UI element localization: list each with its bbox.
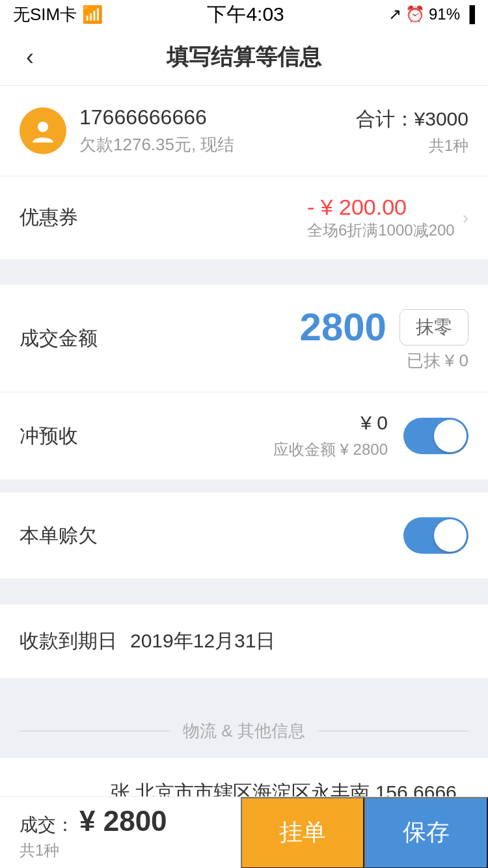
coupon-discount: - ¥ 200.00 bbox=[307, 195, 455, 220]
chong-toggle-container[interactable] bbox=[403, 418, 468, 454]
status-bar: 无SIM卡 📶 下午4:03 ↗ ⏰ 91% ▐ bbox=[0, 0, 488, 29]
amount-area: 2800 抹零 bbox=[300, 305, 468, 349]
section-divider-1 bbox=[0, 272, 488, 285]
bottom-count: 共1种 bbox=[20, 840, 221, 861]
back-button[interactable]: ‹ bbox=[20, 37, 40, 77]
page-title: 填写结算等信息 bbox=[167, 42, 321, 72]
nav-bar: ‹ 填写结算等信息 bbox=[0, 29, 488, 86]
avatar bbox=[20, 107, 66, 154]
customer-left: 17666666666 欠款1276.35元, 现结 bbox=[20, 105, 234, 156]
customer-right: 合计：¥3000 共1种 bbox=[356, 106, 468, 156]
chong-receivable: 应收金额 ¥ 2800 bbox=[273, 439, 388, 460]
logistics-divider: 物流 & 其他信息 bbox=[0, 704, 488, 758]
coupon-right: - ¥ 200.00 全场6折满1000减200 › bbox=[307, 195, 468, 241]
section-divider-4 bbox=[0, 691, 488, 704]
round-zero-button[interactable]: 抹零 bbox=[400, 309, 468, 346]
battery-icon: ▐ bbox=[464, 5, 475, 23]
due-date-value: 2019年12月31日 bbox=[130, 628, 275, 655]
hang-order-button[interactable]: 挂单 bbox=[241, 797, 364, 869]
chong-toggle-knob bbox=[434, 420, 467, 452]
chong-right-area: ¥ 0 应收金额 ¥ 2800 bbox=[273, 412, 388, 460]
chong-toggle[interactable] bbox=[403, 418, 468, 454]
coupon-chevron-icon: › bbox=[463, 208, 468, 228]
logistics-text: 物流 & 其他信息 bbox=[170, 720, 318, 742]
customer-info: 17666666666 欠款1276.35元, 现结 bbox=[79, 105, 234, 156]
chong-amount: ¥ 0 bbox=[360, 412, 388, 434]
deal-amount-sub: 已抹 ¥ 0 bbox=[407, 349, 468, 372]
deal-amount-row: 成交金额 2800 抹零 已抹 ¥ 0 bbox=[0, 285, 488, 392]
customer-row: 17666666666 欠款1276.35元, 现结 合计：¥3000 共1种 bbox=[0, 86, 488, 176]
coupon-description: 全场6折满1000减200 bbox=[307, 220, 455, 241]
svg-point-0 bbox=[38, 122, 48, 132]
section-divider-2 bbox=[0, 480, 488, 493]
bottom-buttons: 挂单 保存 bbox=[241, 797, 488, 869]
status-right: ↗ ⏰ 91% ▐ bbox=[388, 5, 475, 23]
she-qian-row: 本单赊欠 bbox=[0, 493, 488, 578]
coupon-label: 优惠券 bbox=[20, 204, 78, 231]
section-divider-3 bbox=[0, 591, 488, 604]
bottom-summary-label: 成交： bbox=[20, 813, 74, 837]
due-date-label: 收款到期日 bbox=[20, 628, 117, 655]
status-left: 无SIM卡 📶 bbox=[13, 3, 103, 26]
status-time: 下午4:03 bbox=[207, 1, 284, 28]
due-date-row: 收款到期日 2019年12月31日 bbox=[0, 604, 488, 678]
deal-amount-value: 2800 bbox=[300, 305, 386, 349]
total-count: 共1种 bbox=[356, 135, 468, 156]
save-button[interactable]: 保存 bbox=[364, 797, 488, 869]
location-icon: ↗ bbox=[388, 5, 401, 23]
wifi-icon: 📶 bbox=[82, 5, 103, 25]
chong-yushou-row: 冲预收 ¥ 0 应收金额 ¥ 2800 bbox=[0, 392, 488, 480]
she-qian-toggle-container[interactable] bbox=[403, 517, 468, 554]
coupon-row[interactable]: 优惠券 - ¥ 200.00 全场6折满1000减200 › bbox=[0, 176, 488, 259]
customer-card: 17666666666 欠款1276.35元, 现结 合计：¥3000 共1种 … bbox=[0, 86, 488, 259]
main-content: 17666666666 欠款1276.35元, 现结 合计：¥3000 共1种 … bbox=[0, 86, 488, 868]
deal-amount-section: 成交金额 2800 抹零 已抹 ¥ 0 冲预收 ¥ 0 应收金额 ¥ 2800 bbox=[0, 285, 488, 480]
chong-yushou-label: 冲预收 bbox=[20, 423, 78, 450]
logistics-line-left bbox=[20, 731, 170, 731]
bottom-summary-amount: ¥ 2800 bbox=[79, 805, 167, 837]
bottom-summary-row: 成交： ¥ 2800 bbox=[20, 805, 221, 837]
logistics-line-right bbox=[318, 731, 468, 731]
customer-phone: 17666666666 bbox=[79, 105, 234, 129]
bottom-summary: 成交： ¥ 2800 共1种 bbox=[0, 805, 241, 861]
deal-amount-label: 成交金额 bbox=[20, 325, 98, 352]
alarm-icon: ⏰ bbox=[405, 5, 425, 23]
she-qian-toggle[interactable] bbox=[403, 517, 468, 554]
bottom-bar: 成交： ¥ 2800 共1种 挂单 保存 bbox=[0, 796, 488, 868]
she-qian-toggle-knob bbox=[434, 519, 467, 552]
battery-percent: 91% bbox=[429, 5, 460, 23]
no-sim-text: 无SIM卡 bbox=[13, 3, 77, 26]
she-qian-label: 本单赊欠 bbox=[20, 522, 98, 549]
total-amount: 合计：¥3000 bbox=[356, 106, 468, 133]
customer-sub-text: 欠款1276.35元, 现结 bbox=[79, 133, 234, 156]
